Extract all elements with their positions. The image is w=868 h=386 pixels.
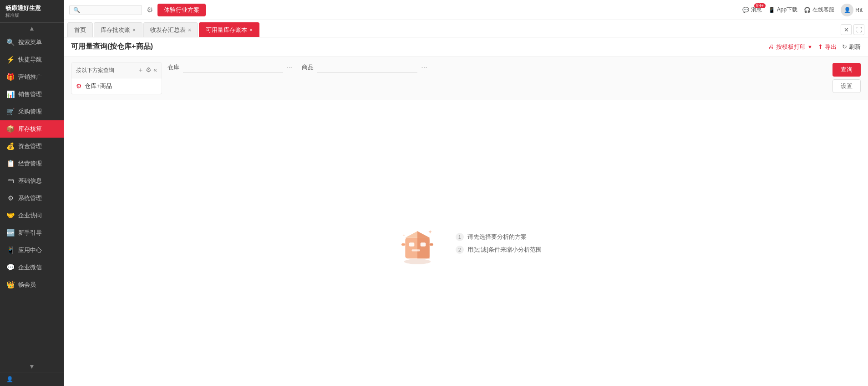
empty-state: ✦ ✦ 1 请先选择要分析的方案 2 用[过滤]条件来缩小分析范围 [64,100,868,386]
empty-tips: 1 请先选择要分析的方案 2 用[过滤]条件来缩小分析范围 [456,233,542,254]
sidebar-item-purchase[interactable]: 🛒 采购管理 [0,103,64,120]
topbar-search-input[interactable] [82,7,137,13]
online-service-button[interactable]: 🎧 在线客服 [804,6,834,14]
query-button[interactable]: 查询 [832,63,861,77]
search-icon: 🔍 [73,7,80,13]
chevron-down-icon: ▼ [807,44,812,50]
industry-btn[interactable]: 体验行业方案 [157,4,206,16]
tab-summary[interactable]: 收发存汇总表 × [143,22,198,37]
product-input[interactable] [317,62,417,73]
tab-home[interactable]: 首页 [67,22,93,37]
page-header: 可用量查询(按仓库+商品) 🖨 按模板打印 ▼ ⬆ 导出 ↻ 刷新 [64,37,868,57]
refresh-label: 刷新 [849,43,861,51]
system-icon: ⚙ [6,194,15,202]
settings-scheme-btn[interactable]: ⚙ [146,66,152,74]
sidebar-item-member[interactable]: 👑 畅会员 [0,276,64,293]
add-scheme-btn[interactable]: ＋ [137,66,144,74]
tab-label: 库存批次账 [101,26,130,34]
tip-num-2: 2 [456,246,464,254]
sidebar-item-inventory[interactable]: 📦 库存核算 [0,120,64,138]
product-label: 商品 [302,63,314,72]
app-version: 标准版 [5,12,58,19]
filter-scheme-panel: 按以下方案查询 ＋ ⚙ « ⚙ 仓库+商品 [71,62,162,94]
sidebar-item-enterprise[interactable]: 🤝 企业协同 [0,207,64,224]
sidebar-item-operation[interactable]: 📋 经营管理 [0,155,64,172]
tab-close-batch[interactable]: × [132,27,136,33]
sidebar-item-system[interactable]: ⚙ 系统管理 [0,190,64,207]
action-buttons: 查询 设置 [832,62,861,94]
sidebar-item-label: 新手引导 [18,229,42,237]
sidebar-item-basic[interactable]: 🗃 基础信息 [0,172,64,190]
svg-rect-8 [430,243,433,246]
filter-row-1: 仓库 ··· 商品 ··· [168,62,827,73]
sidebar: 畅康通好生意 标准版 ▲ 🔍 搜索菜单 ⚡ 快捷导航 🎁 营销推广 📊 销售管理… [0,0,64,386]
app-download-label: App下载 [777,6,797,14]
marketing-icon: 🎁 [6,73,15,81]
topbar-search-box[interactable]: 🔍 [69,5,142,15]
warehouse-input[interactable] [183,62,283,73]
settings-button[interactable]: 设置 [832,79,861,93]
user-menu[interactable]: 👤 Rit [841,4,863,16]
avatar-icon: 👤 [844,7,851,13]
scheme-title: 按以下方案查询 [76,67,114,74]
sidebar-item-guide[interactable]: 🆕 新手引导 [0,224,64,242]
sidebar-item-label: 经营管理 [18,160,42,168]
svg-rect-5 [421,242,426,246]
sidebar-item-search[interactable]: 🔍 搜索菜单 [0,34,64,51]
sidebar-item-sales[interactable]: 📊 销售管理 [0,86,64,103]
tabbar: 首页 库存批次账 × 收发存汇总表 × 可用量库存账本 × ✕ ⛶ [64,20,868,37]
tab-close-available[interactable]: × [249,27,253,33]
topbar: 🔍 ⚙ 体验行业方案 💬 消息 99+ 📱 App下载 🎧 在线客服 [64,0,868,20]
app-download-button[interactable]: 📱 App下载 [768,6,797,14]
warehouse-label: 仓库 [168,63,179,72]
online-service-label: 在线客服 [812,6,834,14]
sidebar-scroll-up[interactable]: ▲ [0,23,64,34]
print-btn[interactable]: 🖨 按模板打印 ▼ [768,43,812,51]
scheme-item-warehouse-product[interactable]: ⚙ 仓库+商品 [71,78,162,94]
gear-icon[interactable]: ⚙ [145,4,155,16]
sidebar-item-shortcut[interactable]: ⚡ 快捷导航 [0,51,64,68]
scroll-up-icon[interactable]: ▲ [29,25,35,32]
tab-batch[interactable]: 库存批次账 × [94,22,142,37]
filter-fields: 仓库 ··· 商品 ··· [168,62,827,94]
sidebar-item-label: 快捷导航 [18,56,42,64]
sidebar-nav: 🔍 搜索菜单 ⚡ 快捷导航 🎁 营销推广 📊 销售管理 🛒 采购管理 📦 库存核… [0,34,64,361]
tab-close-all-button[interactable]: ✕ [841,24,852,35]
page-header-actions: 🖨 按模板打印 ▼ ⬆ 导出 ↻ 刷新 [768,43,861,51]
filter-scheme-header: 按以下方案查询 ＋ ⚙ « [71,62,162,78]
print-icon: 🖨 [768,43,774,50]
purchase-icon: 🛒 [6,108,15,116]
sidebar-item-finance[interactable]: 💰 资金管理 [0,138,64,155]
sales-icon: 📊 [6,90,15,98]
collapse-btn[interactable]: « [153,66,157,74]
scroll-down-icon[interactable]: ▼ [29,363,35,370]
tab-label: 首页 [74,26,86,34]
username-label: Rit [855,6,863,13]
sidebar-scroll-down[interactable]: ▼ [0,361,64,372]
scheme-item-label: 仓库+商品 [85,82,112,90]
tab-close-summary[interactable]: × [188,27,191,33]
product-field: 商品 ··· [302,62,427,73]
sidebar-item-wechat[interactable]: 💬 企业微信 [0,259,64,276]
tab-available[interactable]: 可用量库存账本 × [199,22,259,37]
sidebar-item-apps[interactable]: 📱 应用中心 [0,242,64,259]
product-dots-btn[interactable]: ··· [421,63,427,72]
tip-num-1: 1 [456,233,464,241]
warehouse-dots-btn[interactable]: ··· [287,63,293,72]
empty-tip-1: 1 请先选择要分析的方案 [456,233,542,241]
tab-fullscreen-button[interactable]: ⛶ [853,24,864,35]
enterprise-icon: 🤝 [6,211,15,220]
sidebar-item-label: 库存核算 [18,125,42,133]
sidebar-item-label: 畅会员 [18,281,36,289]
empty-icon-wrap: ✦ ✦ [390,216,445,271]
export-btn[interactable]: ⬆ 导出 [818,43,837,51]
topbar-right: 💬 消息 99+ 📱 App下载 🎧 在线客服 👤 Rit [742,4,863,16]
sidebar-item-marketing[interactable]: 🎁 营销推广 [0,68,64,86]
sidebar-item-label: 营销推广 [18,73,42,81]
refresh-btn[interactable]: ↻ 刷新 [842,43,861,51]
sidebar-bottom[interactable]: 👤 [0,372,64,386]
message-icon: 💬 [742,7,749,13]
print-label: 按模板打印 [776,43,806,51]
sidebar-bottom-icon: 👤 [6,376,13,382]
message-button[interactable]: 💬 消息 99+ [742,6,762,14]
